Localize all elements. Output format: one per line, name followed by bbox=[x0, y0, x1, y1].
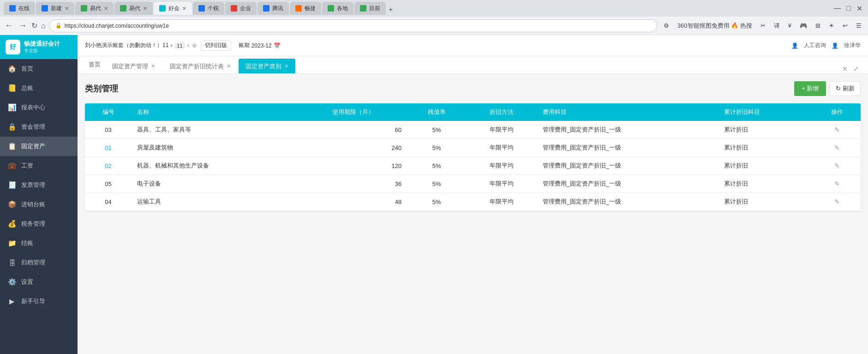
sidebar-label-home: 首页 bbox=[21, 65, 33, 73]
tab-close-yidai1[interactable]: ✕ bbox=[104, 6, 108, 12]
browser-tab-new[interactable]: 新建 ✕ bbox=[36, 2, 74, 15]
page-tab-fa-category[interactable]: 固定资产类别 ✕ bbox=[239, 59, 295, 73]
switch-version-button[interactable]: 切到旧版 bbox=[201, 40, 231, 51]
cell-accumulated-4: 累计折旧 bbox=[718, 193, 814, 211]
address-bar-row: ← → ↻ ⌂ 🔒 https://cloud.chanjet.com/acco… bbox=[0, 17, 868, 35]
browser-tab-yidai2[interactable]: 易代 ✕ bbox=[114, 2, 153, 15]
add-icon[interactable]: + bbox=[187, 42, 190, 49]
tab-icon-gedi bbox=[328, 5, 334, 12]
user-badge: 11 bbox=[174, 42, 185, 49]
reload-button[interactable]: ↻ bbox=[31, 21, 37, 30]
tab-label-yidai1: 易代 bbox=[90, 5, 101, 12]
sidebar-item-home[interactable]: 🏠 首页 bbox=[0, 59, 78, 78]
game-btn[interactable]: 🎮 bbox=[797, 21, 810, 30]
browser-tab-muqian[interactable]: 目前 bbox=[354, 2, 386, 15]
refresh-button[interactable]: ↻ 刷新 bbox=[830, 81, 861, 96]
edit-button-0[interactable]: ✎ bbox=[834, 126, 840, 133]
translate-btn[interactable]: 译 bbox=[771, 21, 783, 31]
table-row: 03 器具、工具、家具等 60 5% 年限平均 管理费用_固定资产折旧_一级 累… bbox=[85, 121, 861, 139]
tab-close-haohui[interactable]: ✕ bbox=[182, 6, 186, 12]
browser-tab-online[interactable]: 在线 bbox=[4, 2, 35, 15]
tab-label-fa-depreciation: 固定资产折旧统计表 bbox=[170, 62, 224, 71]
sidebar-item-payroll[interactable]: 💼 工资 bbox=[0, 156, 78, 175]
tab-close-fa-category[interactable]: ✕ bbox=[284, 63, 288, 69]
browser-tab-enterprise[interactable]: 企业 bbox=[225, 2, 257, 15]
period-value: 2023-12 bbox=[251, 42, 272, 49]
guide-icon: ▶ bbox=[7, 297, 17, 306]
sidebar-item-fixed-assets[interactable]: 📋 固定资产 bbox=[0, 137, 78, 156]
sidebar-item-archive[interactable]: 🗄 归档管理 bbox=[0, 253, 78, 272]
edit-button-1[interactable]: ✎ bbox=[834, 144, 840, 151]
search-btn[interactable]: 360智能抠图免费用 🔥 热搜 bbox=[675, 21, 755, 31]
tab-close-fa-depreciation[interactable]: ✕ bbox=[227, 63, 231, 69]
add-button[interactable]: + 新增 bbox=[794, 81, 826, 96]
minimize-button[interactable]: — bbox=[832, 3, 843, 13]
close-button[interactable]: ✕ bbox=[855, 3, 864, 14]
fixed-assets-icon: 📋 bbox=[7, 142, 17, 150]
sidebar-item-funds[interactable]: 🔒 资金管理 bbox=[0, 117, 78, 137]
sidebar-label-purchases: 进销台账 bbox=[21, 200, 45, 209]
ledger-icon: 📒 bbox=[7, 84, 17, 92]
sidebar-item-tax[interactable]: 💰 税务管理 bbox=[0, 214, 78, 234]
browser-tab-tencent[interactable]: 腾讯 bbox=[257, 2, 289, 15]
invoices-icon: 🧾 bbox=[7, 181, 17, 189]
user-info: 刘小艳演示账套（勿删勿动！）11 ▾ 11 + ⚙ bbox=[85, 42, 197, 49]
forward-button[interactable]: → bbox=[18, 20, 28, 31]
new-tab-button[interactable]: + bbox=[387, 5, 395, 15]
home-button[interactable]: ⌂ bbox=[41, 22, 46, 30]
tab-close-yidai2[interactable]: ✕ bbox=[143, 6, 147, 12]
cut-icon-btn[interactable]: ✂ bbox=[758, 21, 768, 30]
home-icon: 🏠 bbox=[7, 65, 17, 73]
browser-tab-changjie[interactable]: 畅捷 bbox=[290, 2, 321, 15]
calendar-icon[interactable]: 📅 bbox=[274, 42, 281, 49]
cell-residual-0: 5% bbox=[407, 121, 466, 139]
breadcrumb-home[interactable]: 首页 bbox=[85, 56, 104, 73]
tab-window-expand[interactable]: ⤢ bbox=[851, 64, 861, 73]
lock-icon: 🔒 bbox=[55, 23, 62, 29]
browser-tab-haohui[interactable]: 好会 ✕ bbox=[154, 2, 192, 15]
page-tab-fa-mgmt[interactable]: 固定资产管理 ✕ bbox=[105, 59, 162, 73]
menu-btn[interactable]: ☰ bbox=[853, 21, 864, 30]
sidebar-item-ledger[interactable]: 📒 总账 bbox=[0, 78, 78, 98]
page-tab-fa-depreciation[interactable]: 固定资产折旧统计表 ✕ bbox=[163, 59, 238, 73]
browser-tab-gedi[interactable]: 各地 bbox=[322, 2, 353, 15]
browser-tab-geshui[interactable]: 个税 bbox=[193, 2, 224, 15]
col-header-code: 编号 bbox=[85, 103, 132, 121]
cell-expense-2: 管理费用_固定资产折旧_一级 bbox=[537, 157, 719, 175]
settings-icon: ⚙️ bbox=[7, 278, 17, 286]
period-label: 账期 bbox=[239, 42, 250, 49]
edit-button-2[interactable]: ✎ bbox=[834, 162, 840, 169]
sidebar-item-settings[interactable]: ⚙️ 设置 bbox=[0, 272, 78, 292]
cell-code-1: 01 bbox=[85, 139, 132, 157]
tab-label-changjie: 畅捷 bbox=[305, 5, 316, 12]
back-button[interactable]: ← bbox=[4, 20, 14, 31]
tab-window-close[interactable]: ✕ bbox=[840, 64, 850, 73]
edit-button-3[interactable]: ✎ bbox=[834, 180, 840, 187]
currency-btn[interactable]: ¥ bbox=[785, 21, 794, 30]
cell-operation-0: ✎ bbox=[814, 121, 861, 139]
table-header: 编号 名称 使用期限（月） 残值率 折旧方法 费用科目 累计折旧科目 操作 bbox=[85, 103, 861, 121]
grid-btn[interactable]: ⊞ bbox=[813, 21, 823, 30]
sidebar-item-invoices[interactable]: 🧾 发票管理 bbox=[0, 175, 78, 195]
cell-accumulated-0: 累计折旧 bbox=[718, 121, 814, 139]
edit-button-4[interactable]: ✎ bbox=[834, 198, 840, 205]
sidebar-item-closing[interactable]: 📁 结账 bbox=[0, 234, 78, 253]
sidebar-label-guide: 新手引导 bbox=[21, 297, 45, 306]
funds-icon: 🔒 bbox=[7, 123, 17, 131]
browser-tab-yidai1[interactable]: 易代 ✕ bbox=[75, 2, 114, 15]
address-box[interactable]: 🔒 https://cloud.chanjet.com/accounting/u… bbox=[49, 19, 657, 32]
tab-close-new[interactable]: ✕ bbox=[65, 6, 69, 12]
undo-btn[interactable]: ↩ bbox=[840, 21, 850, 30]
sidebar-item-purchases[interactable]: 📦 进销台账 bbox=[0, 195, 78, 214]
brightness-btn[interactable]: ☀ bbox=[826, 21, 837, 30]
sidebar-item-guide[interactable]: ▶ 新手引导 bbox=[0, 292, 78, 311]
settings-cog[interactable]: ⚙ bbox=[192, 42, 197, 49]
extensions-button[interactable]: ⚙ bbox=[661, 21, 672, 30]
maximize-button[interactable]: □ bbox=[844, 3, 853, 13]
tab-close-fa-mgmt[interactable]: ✕ bbox=[151, 63, 155, 69]
cell-expense-3: 管理费用_固定资产折旧_一级 bbox=[537, 175, 719, 193]
consult-label[interactable]: 人工咨询 bbox=[804, 42, 826, 49]
tax-icon: 💰 bbox=[7, 220, 17, 228]
sidebar-item-reports[interactable]: 📊 报表中心 bbox=[0, 98, 78, 117]
sidebar-logo: 好 畅捷通好会计 专业版 bbox=[0, 35, 78, 59]
